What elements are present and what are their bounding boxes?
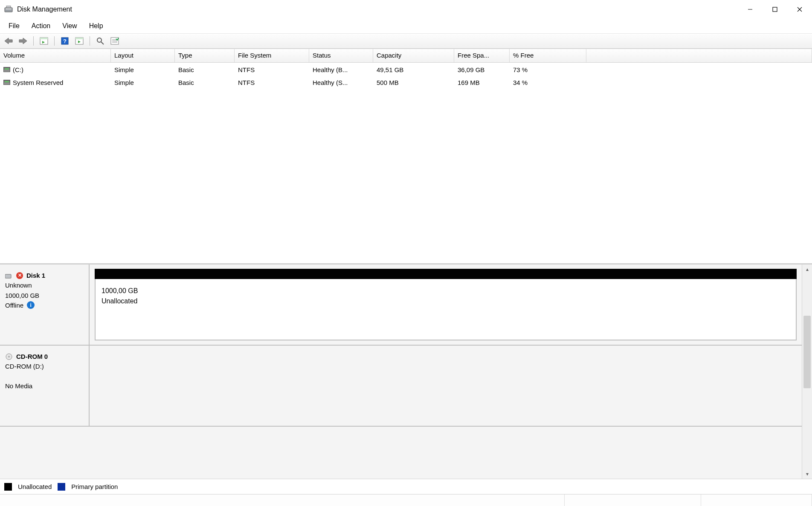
disk-kind: CD-ROM (D:) (5, 361, 84, 371)
svg-rect-2 (6, 6, 11, 8)
cell-capacity: 49,51 GB (373, 66, 454, 73)
disk-state: No Media (5, 381, 32, 391)
cell-percent: 73 % (510, 66, 586, 73)
table-body: (C:)SimpleBasicNTFSHealthy (B...49,51 GB… (0, 63, 812, 263)
partition-header[interactable] (95, 269, 797, 279)
titlebar: Disk Management (0, 0, 812, 19)
disk-state: Offline (5, 300, 23, 310)
refresh-button[interactable] (38, 35, 50, 47)
svg-point-25 (8, 356, 10, 358)
col-status[interactable]: Status (309, 49, 373, 62)
disk-name: CD-ROM 0 (16, 352, 48, 361)
cell-filesystem: NTFS (235, 79, 309, 86)
minimize-button[interactable] (738, 2, 763, 17)
svg-rect-0 (5, 8, 12, 12)
disk-info[interactable]: ✕Disk 1Unknown1000,00 GBOfflinei (0, 265, 90, 345)
menu-view[interactable]: View (57, 20, 82, 32)
cell-volume: (C:) (13, 66, 23, 73)
graphical-view: ✕Disk 1Unknown1000,00 GBOfflinei1000,00 … (0, 264, 812, 479)
volume-table: Volume Layout Type File System Status Ca… (0, 49, 812, 264)
svg-marker-7 (5, 38, 12, 44)
legend-swatch-unallocated (4, 483, 12, 491)
scrollbar[interactable]: ▴ ▾ (802, 265, 812, 479)
menu-help[interactable]: Help (84, 20, 108, 32)
menu-file[interactable]: File (3, 20, 25, 32)
table-row[interactable]: (C:)SimpleBasicNTFSHealthy (B...49,51 GB… (0, 63, 812, 76)
cell-free: 169 MB (454, 79, 510, 86)
cdrom-icon (5, 353, 13, 360)
col-percent-free[interactable]: % Free (510, 49, 586, 62)
info-icon[interactable]: i (27, 301, 35, 309)
svg-rect-10 (40, 38, 48, 39)
properties-button[interactable] (73, 35, 85, 47)
window-controls (738, 2, 812, 17)
search-button[interactable] (94, 35, 106, 47)
volume-icon (3, 67, 10, 72)
cell-free: 36,09 GB (454, 66, 510, 73)
svg-rect-23 (5, 274, 11, 278)
maximize-button[interactable] (763, 2, 787, 17)
scroll-up-icon[interactable]: ▴ (802, 265, 812, 274)
cell-status: Healthy (S... (309, 79, 373, 86)
cell-capacity: 500 MB (373, 79, 454, 86)
help-button[interactable]: ? (59, 35, 71, 47)
scroll-down-icon[interactable]: ▾ (802, 469, 812, 479)
disk-icon (5, 273, 13, 279)
cell-volume: System Reserved (13, 79, 63, 86)
partition-label: Unallocated (102, 296, 790, 306)
partition-size: 1000,00 GB (102, 286, 790, 296)
menu-action[interactable]: Action (26, 20, 55, 32)
svg-rect-1 (6, 9, 12, 9)
menubar: File Action View Help (0, 19, 812, 33)
cell-status: Healthy (B... (309, 66, 373, 73)
svg-rect-4 (773, 7, 777, 12)
partition-body[interactable]: 1000,00 GBUnallocated (95, 279, 797, 340)
window-title: Disk Management (17, 6, 72, 13)
close-button[interactable] (787, 2, 812, 17)
col-layout[interactable]: Layout (111, 49, 175, 62)
legend: Unallocated Primary partition (0, 479, 812, 494)
cell-type: Basic (175, 66, 235, 73)
app-icon (4, 5, 13, 14)
disk-info[interactable]: CD-ROM 0CD-ROM (D:)No Media (0, 346, 90, 426)
col-free-space[interactable]: Free Spa... (454, 49, 510, 62)
disk-row[interactable]: CD-ROM 0CD-ROM (D:)No Media (0, 346, 802, 427)
legend-label-primary: Primary partition (71, 483, 118, 490)
svg-text:?: ? (63, 38, 67, 44)
disk-graph[interactable] (90, 346, 802, 426)
cell-filesystem: NTFS (235, 66, 309, 73)
error-icon: ✕ (16, 272, 23, 279)
list-settings-button[interactable] (109, 35, 121, 47)
svg-line-18 (101, 42, 104, 44)
table-header: Volume Layout Type File System Status Ca… (0, 49, 812, 63)
table-row[interactable]: System ReservedSimpleBasicNTFSHealthy (S… (0, 76, 812, 88)
col-capacity[interactable]: Capacity (373, 49, 454, 62)
cell-type: Basic (175, 79, 235, 86)
cell-layout: Simple (111, 66, 175, 73)
disk-size: 1000,00 GB (5, 291, 84, 300)
col-extra[interactable] (586, 49, 812, 62)
toolbar: ? (0, 33, 812, 49)
disk-name: Disk 1 (26, 270, 45, 280)
svg-rect-15 (75, 38, 83, 39)
cell-layout: Simple (111, 79, 175, 86)
cell-percent: 34 % (510, 79, 586, 86)
disk-graph[interactable]: 1000,00 GBUnallocated (90, 265, 802, 345)
disk-kind: Unknown (5, 280, 84, 290)
volume-icon (3, 80, 10, 85)
col-filesystem[interactable]: File System (235, 49, 309, 62)
forward-button[interactable] (17, 35, 29, 47)
svg-point-17 (97, 38, 102, 42)
legend-label-unallocated: Unallocated (18, 483, 52, 490)
scroll-thumb[interactable] (803, 316, 811, 388)
back-button[interactable] (3, 35, 14, 47)
col-volume[interactable]: Volume (0, 49, 111, 62)
disk-row[interactable]: ✕Disk 1Unknown1000,00 GBOfflinei1000,00 … (0, 265, 802, 346)
col-type[interactable]: Type (175, 49, 235, 62)
svg-marker-8 (19, 38, 27, 44)
legend-swatch-primary (58, 483, 65, 491)
statusbar (0, 494, 812, 506)
